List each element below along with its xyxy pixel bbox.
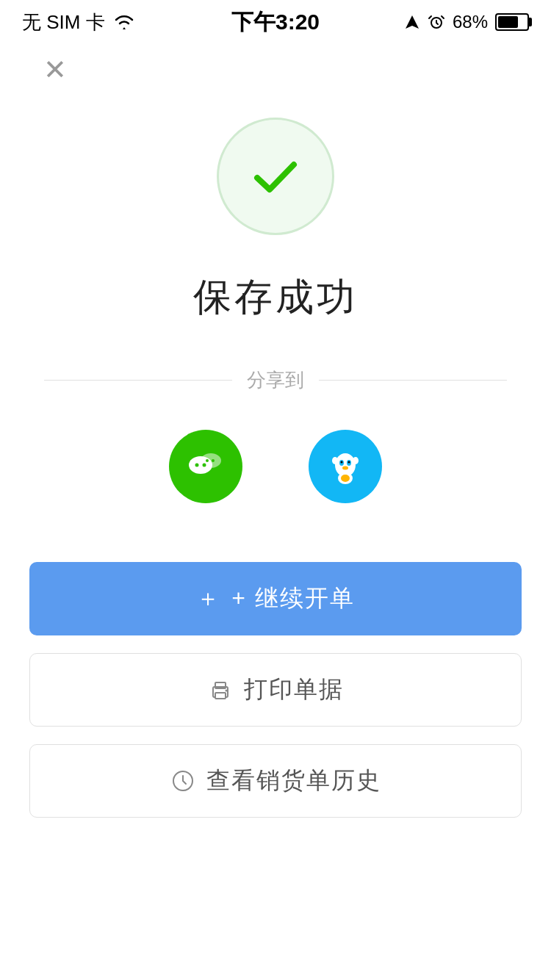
svg-point-6 (212, 459, 215, 462)
history-button[interactable]: 查看销货单历史 (29, 744, 522, 818)
share-label: 分享到 (232, 367, 319, 393)
history-icon (170, 768, 196, 794)
svg-point-16 (341, 475, 350, 482)
battery-icon (495, 13, 529, 31)
print-button[interactable]: 打印单据 (29, 653, 522, 727)
divider-left (44, 380, 232, 381)
qq-share-button[interactable] (309, 430, 382, 503)
svg-point-14 (342, 466, 348, 470)
checkmark-icon (246, 147, 305, 206)
svg-point-11 (341, 461, 343, 464)
divider-right (319, 380, 507, 381)
print-icon (207, 677, 234, 703)
print-label: 打印单据 (244, 674, 344, 706)
svg-point-9 (353, 457, 359, 464)
svg-point-3 (195, 464, 199, 467)
status-right: 68% (404, 12, 529, 32)
svg-point-4 (203, 464, 206, 467)
wechat-icon (184, 444, 228, 489)
svg-point-8 (332, 457, 338, 464)
status-time: 下午3:20 (231, 7, 320, 37)
battery-percent: 68% (453, 12, 488, 32)
continue-label: + 继续开单 (231, 583, 355, 615)
status-carrier: 无 SIM 卡 (22, 10, 136, 35)
success-title: 保存成功 (193, 272, 358, 323)
plus-icon: ＋ (196, 583, 221, 615)
main-content: 保存成功 分享到 (0, 44, 551, 818)
svg-rect-19 (215, 693, 226, 699)
svg-point-5 (206, 459, 209, 462)
success-circle (217, 118, 334, 235)
svg-point-13 (348, 461, 350, 464)
wechat-share-button[interactable] (169, 430, 242, 503)
status-bar: 无 SIM 卡 下午3:20 68% (0, 0, 551, 44)
buttons-section: ＋ + 继续开单 打印单据 查看销货单历史 (0, 562, 551, 818)
svg-point-20 (226, 690, 228, 692)
qq-icon (323, 444, 367, 489)
location-icon (404, 14, 420, 30)
share-row (169, 430, 382, 503)
alarm-icon (428, 13, 445, 31)
close-button[interactable]: ✕ (37, 51, 73, 88)
wifi-icon (112, 14, 136, 30)
continue-button[interactable]: ＋ + 继续开单 (29, 562, 522, 635)
carrier-text: 无 SIM 卡 (22, 10, 105, 35)
history-label: 查看销货单历史 (206, 765, 381, 797)
close-icon: ✕ (43, 56, 67, 84)
divider-section: 分享到 (0, 367, 551, 393)
